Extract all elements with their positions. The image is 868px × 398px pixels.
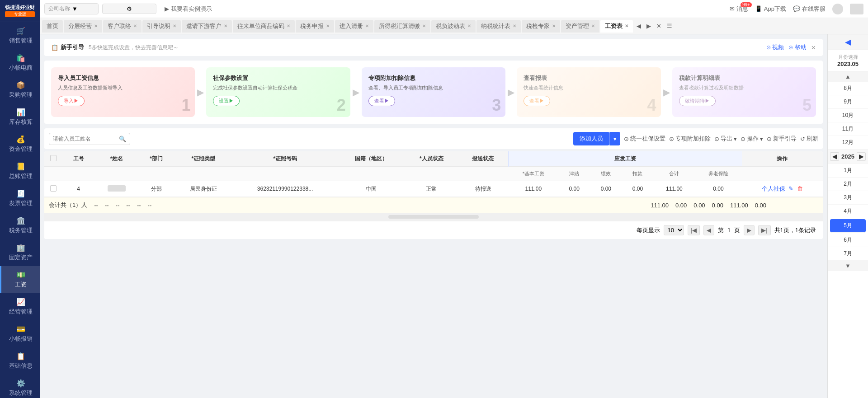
op-social-insurance[interactable]: 个人社保 [762, 185, 785, 192]
month-3[interactable]: 3月 [828, 191, 868, 205]
new-guide-btn[interactable]: ⊙ 新手引导 [767, 135, 797, 143]
online-service-btn[interactable]: 💬 在线客服 [793, 5, 826, 13]
tab-close-tax-relief[interactable]: ✕ [467, 23, 471, 28]
guide-video-link[interactable]: ⊙ 视频 [766, 43, 784, 52]
month-11[interactable]: 11月 [828, 122, 868, 136]
op-delete-btn[interactable]: 🗑 [797, 185, 803, 192]
tab-prev-btn[interactable]: ◀ [634, 21, 644, 31]
next-page-btn[interactable]: ▶ [744, 225, 755, 235]
month-4[interactable]: 4月 [828, 205, 868, 218]
sidebar-item-basic[interactable]: 📋 基础信息 [0, 347, 40, 375]
row-checkbox[interactable] [50, 185, 57, 192]
month-6[interactable]: 6月 [828, 234, 868, 247]
tab-close-tax-calc[interactable]: ✕ [422, 23, 426, 28]
sidebar-item-salary[interactable]: 💵 工资 [0, 266, 40, 293]
special-deduction-btn[interactable]: ⊙ 专项附加扣除 [669, 135, 711, 143]
month-9[interactable]: 9月 [828, 95, 868, 109]
month-1[interactable]: 1月 [828, 164, 868, 178]
tab-next-btn[interactable]: ▶ [644, 21, 654, 31]
last-page-btn[interactable]: ▶| [758, 225, 770, 235]
horizontal-scrollbar[interactable] [44, 213, 823, 221]
tab-customer[interactable]: 客户联络 ✕ [103, 20, 142, 33]
operations-btn[interactable]: ⊙ 操作 ▾ [741, 135, 763, 143]
tab-invite[interactable]: 邀请下游客户 ✕ [182, 20, 232, 33]
sidebar-item-finance[interactable]: 💰 资金管理 [0, 131, 40, 158]
step-5-btn[interactable]: 敬请期待▶ [679, 96, 716, 106]
add-person-dropdown-btn[interactable]: ▾ [609, 132, 620, 145]
sidebar-item-ecommerce[interactable]: 🛍️ 小畅电商 [0, 49, 40, 76]
demo-link[interactable]: ▶ 我要看实例演示 [165, 5, 212, 13]
tab-close-division[interactable]: ✕ [94, 23, 98, 28]
month-nav-up[interactable]: ▲ [828, 71, 868, 82]
sidebar-item-invoice[interactable]: 🧾 发票管理 [0, 185, 40, 212]
refresh-btn[interactable]: ↺ 刷新 [800, 135, 818, 143]
app-download-btn[interactable]: 📱 App下载 [755, 5, 786, 13]
tab-close-goods-code[interactable]: ✕ [287, 23, 290, 28]
sidebar-item-marketing[interactable]: 💳 小畅报销 [0, 320, 40, 347]
tab-tax-relief[interactable]: 税负波动表 ✕ [431, 20, 476, 33]
month-7[interactable]: 7月 [828, 247, 868, 261]
sidebar-item-ledger[interactable]: 📒 总账管理 [0, 158, 40, 185]
tab-more-btn[interactable]: ☰ [664, 21, 675, 31]
op-edit-btn[interactable]: ✎ [788, 185, 793, 192]
tab-close-asset-mgmt[interactable]: ✕ [591, 23, 595, 28]
export-btn[interactable]: ⊙ 导出 ▾ [714, 135, 737, 143]
month-2[interactable]: 2月 [828, 178, 868, 191]
prev-page-btn[interactable]: ◀ [703, 225, 714, 235]
message-button[interactable]: ✉ 消息 99+ [730, 5, 748, 13]
tab-division[interactable]: 分层经营 ✕ [64, 20, 102, 33]
tab-tax-stats[interactable]: 纳税统计表 ✕ [476, 20, 521, 33]
user-avatar[interactable] [832, 4, 843, 14]
month-5[interactable]: 5月 [830, 219, 866, 233]
tab-close-tax-report[interactable]: ✕ [326, 23, 330, 28]
month-8[interactable]: 8月 [828, 82, 868, 95]
tab-tax-calc[interactable]: 所得税汇算清缴 ✕ [374, 20, 430, 33]
panel-collapse-btn[interactable]: ◀ [845, 37, 851, 47]
step-3-btn[interactable]: 查看▶ [368, 96, 395, 106]
sidebar-item-tax[interactable]: 🏛️ 税务管理 [0, 212, 40, 239]
guide-close-btn[interactable]: ✕ [811, 44, 816, 51]
tab-close-tax-expert[interactable]: ✕ [552, 23, 556, 28]
tab-asset-mgmt[interactable]: 资产管理 ✕ [561, 20, 599, 33]
tab-close-invite[interactable]: ✕ [224, 23, 227, 28]
sidebar-item-purchase[interactable]: 📦 采购管理 [0, 76, 40, 103]
guide-help-link[interactable]: ⊙ 帮助 [788, 43, 807, 52]
step-4-btn[interactable]: 查看▶ [524, 96, 550, 106]
tab-close-intro[interactable]: ✕ [173, 23, 176, 28]
add-person-btn[interactable]: 添加人员 [573, 132, 609, 145]
tab-close-customer[interactable]: ✕ [133, 23, 137, 28]
search-input[interactable] [53, 136, 117, 142]
tab-tax-report[interactable]: 税务申报 ✕ [296, 20, 334, 33]
year-next-btn[interactable]: ▶ [857, 152, 866, 161]
step-1-btn[interactable]: 导入▶ [58, 96, 85, 106]
tab-close-all-btn[interactable]: ✕ [654, 21, 664, 31]
step-2-btn[interactable]: 设置▶ [213, 96, 240, 106]
tab-tax-expert[interactable]: 税检专家 ✕ [522, 20, 560, 33]
search-box[interactable]: 🔍 [49, 133, 130, 145]
tab-salary-table[interactable]: 工资表 ✕ [600, 20, 633, 33]
year-prev-btn[interactable]: ◀ [830, 152, 839, 161]
sidebar-item-sales[interactable]: 🛒 销售管理 [0, 22, 40, 49]
company-selector[interactable]: 公司名称 ▼ [44, 3, 99, 14]
tab-close-salary-table[interactable]: ✕ [625, 23, 628, 28]
sidebar-item-assets[interactable]: 🏢 固定资产 [0, 239, 40, 266]
month-nav-down[interactable]: ▼ [828, 261, 868, 271]
sidebar-item-inventory[interactable]: 📊 库存核算 [0, 103, 40, 131]
per-page-select[interactable]: 10 20 50 [664, 225, 684, 235]
tab-clearance[interactable]: 进入清册 ✕ [335, 20, 373, 33]
select-all-checkbox[interactable] [50, 155, 57, 161]
step-2-num: 2 [337, 96, 346, 115]
social-settings-btn[interactable]: ⊙ 统一社保设置 [624, 135, 665, 143]
first-page-btn[interactable]: |◀ [688, 225, 700, 235]
tab-home[interactable]: 首页 [42, 20, 63, 33]
month-12[interactable]: 12月 [828, 136, 868, 150]
sidebar-item-system[interactable]: ⚙️ 系统管理 [0, 375, 40, 398]
tab-close-tax-stats[interactable]: ✕ [513, 23, 516, 28]
sidebar-item-operation[interactable]: 📈 经营管理 [0, 293, 40, 320]
month-10[interactable]: 10月 [828, 109, 868, 122]
scrollbar-thumb[interactable] [388, 215, 479, 219]
tab-goods-code[interactable]: 往来单位商品编码 ✕ [233, 20, 295, 33]
settings-btn[interactable]: ⚙ [102, 4, 156, 14]
tab-close-clearance[interactable]: ✕ [365, 23, 369, 28]
tab-intro[interactable]: 引导说明 ✕ [142, 20, 181, 33]
